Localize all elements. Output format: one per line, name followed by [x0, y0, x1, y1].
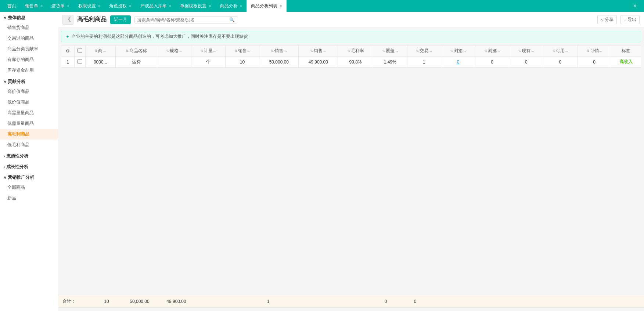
- cell-browse2: 0: [475, 57, 509, 68]
- nav-product-analysis-list[interactable]: 商品分析列表 ×: [247, 0, 286, 12]
- arrow-marketing-icon: ∨: [4, 176, 6, 180]
- footer-total: 合计： 10 50,000.00 49,900.00 1 0 0: [58, 295, 644, 307]
- footer-total-label: 合计：: [62, 298, 84, 304]
- cell-browse1[interactable]: 0: [441, 57, 475, 68]
- cell-sales-cost: 49,900.00: [299, 57, 338, 68]
- sidebar-collapse-button[interactable]: 《: [62, 15, 73, 25]
- col-checkbox[interactable]: [75, 46, 86, 57]
- close-permission-icon[interactable]: ×: [98, 4, 100, 8]
- cell-checkbox[interactable]: [75, 57, 86, 68]
- content-area: 《 高毛利商品 近一月 🔍 ⎋ 分享 ↓ 导出 ✦ 企业的主要的利润都是这部: [58, 12, 644, 311]
- arrow-overall-icon: ∨: [4, 16, 6, 20]
- settings-icon: ⚙: [66, 48, 70, 54]
- sidebar-group-overall-info[interactable]: ∨ 整体信息: [0, 12, 58, 22]
- export-icon: ↓: [624, 17, 626, 22]
- col-sales-qty[interactable]: ⇅销售...: [225, 46, 259, 57]
- sidebar-item-new-goods[interactable]: 新品: [0, 193, 58, 203]
- select-all-checkbox[interactable]: [78, 48, 82, 53]
- close-product-import-icon[interactable]: ×: [169, 4, 171, 8]
- col-available[interactable]: ⇅可用...: [543, 46, 578, 57]
- cell-sales-amount: 50,000.00: [259, 57, 299, 68]
- data-table: ⚙ ⇅商... ⇅商品名称 ⇅规格...: [61, 45, 641, 68]
- browse1-link[interactable]: 0: [457, 59, 460, 65]
- col-current[interactable]: ⇅现有...: [509, 46, 543, 57]
- col-gross-rate[interactable]: ⇅毛利率: [338, 46, 373, 57]
- sidebar-item-low-demand[interactable]: 低需量量商品: [0, 118, 58, 129]
- cell-sales-qty: 10: [225, 57, 259, 68]
- nav-product-import[interactable]: 产成品入库单 ×: [136, 0, 176, 12]
- share-button[interactable]: ⎋ 分享: [597, 15, 617, 24]
- sidebar-item-stock-capital[interactable]: 库存资金占用: [0, 65, 58, 76]
- nav-template-settings[interactable]: 单据模板设置 ×: [176, 0, 215, 12]
- sidebar-group-marketing-analysis[interactable]: ∨ 营销推广分析: [0, 171, 58, 182]
- date-filter-button[interactable]: 近一月: [110, 15, 131, 24]
- footer-sales-amount: 50,000.00: [121, 299, 158, 304]
- col-name[interactable]: ⇅商品名称: [115, 46, 157, 57]
- horizontal-scrollbar[interactable]: [58, 307, 644, 311]
- search-input[interactable]: [137, 17, 229, 22]
- nav-purchase-order[interactable]: 进货单 ×: [47, 0, 73, 12]
- sidebar-item-low-value[interactable]: 低价值商品: [0, 97, 58, 108]
- cell-transaction: 1: [407, 57, 441, 68]
- footer-cells: 10 50,000.00 49,900.00 1 0 0: [92, 299, 640, 304]
- sidebar-item-sales-goods[interactable]: 销售货商品: [0, 22, 58, 33]
- col-browse2[interactable]: ⇅浏览...: [475, 46, 509, 57]
- cell-available: 0: [543, 57, 578, 68]
- sidebar-item-high-demand[interactable]: 高需量量商品: [0, 108, 58, 118]
- nav-home[interactable]: 首页: [3, 0, 21, 12]
- sidebar-item-all-goods[interactable]: 全部商品: [0, 182, 58, 193]
- col-settings[interactable]: ⚙: [61, 46, 75, 57]
- cell-coverage: 1.49%: [373, 57, 407, 68]
- footer-sales-cost: 49,900.00: [158, 299, 195, 304]
- footer-saleable: 0: [400, 299, 430, 304]
- export-button[interactable]: ↓ 导出: [620, 15, 640, 24]
- search-icon[interactable]: 🔍: [229, 17, 235, 22]
- close-role-icon[interactable]: ×: [129, 4, 131, 8]
- footer-spacer3: [283, 299, 312, 304]
- close-sales-order-icon[interactable]: ×: [40, 4, 43, 8]
- footer-sales-qty: 10: [92, 299, 121, 304]
- col-tag[interactable]: 标签: [611, 46, 641, 57]
- sidebar-item-high-value[interactable]: 高价值商品: [0, 86, 58, 97]
- sidebar-group-flow-analysis[interactable]: › 流趋性分析: [0, 150, 58, 161]
- table-row: 1 0000... 运费 个 10 50,000.00 49,900.00 99…: [61, 57, 641, 68]
- col-sales-amount[interactable]: ⇅销售...: [259, 46, 299, 57]
- sidebar-item-low-margin[interactable]: 低毛利商品: [0, 140, 58, 150]
- col-sales-cost[interactable]: ⇅销售...: [299, 46, 338, 57]
- nav-product-analysis[interactable]: 商品分析 ×: [216, 0, 247, 12]
- info-tip: ✦ 企业的主要的利润都是这部分商品创造的，可考虑加大推广，同时关注库存是不要出现…: [61, 31, 641, 42]
- header-actions: ⎋ 分享 ↓ 导出: [597, 15, 640, 24]
- sidebar: ∨ 整体信息 销售货商品 交易过的商品 商品分类贡献率 有库存的商品 库存资金占…: [0, 12, 58, 311]
- nav-sales-order[interactable]: 销售单 ×: [21, 0, 47, 12]
- col-unit[interactable]: ⇅计量...: [191, 46, 226, 57]
- col-saleable[interactable]: ⇅可销...: [577, 46, 611, 57]
- footer-spacer1: [195, 299, 224, 304]
- sidebar-item-high-margin[interactable]: 高毛利商品: [0, 129, 58, 140]
- sidebar-item-stocked-goods[interactable]: 有库存的商品: [0, 54, 58, 65]
- close-analysis-list-icon[interactable]: ×: [280, 4, 282, 8]
- cell-index: 1: [61, 57, 75, 68]
- window-close-button[interactable]: ×: [629, 3, 641, 9]
- row-checkbox[interactable]: [78, 59, 82, 64]
- col-transaction[interactable]: ⇅交易...: [407, 46, 441, 57]
- sidebar-group-treasure-analysis[interactable]: ∨ 贡献分析: [0, 76, 58, 86]
- cell-unit: 个: [191, 57, 226, 68]
- cell-name: 运费: [115, 57, 157, 68]
- sidebar-item-goods-contribution[interactable]: 商品分类贡献率: [0, 44, 58, 54]
- col-spec[interactable]: ⇅规格...: [157, 46, 191, 57]
- sidebar-item-traded-goods[interactable]: 交易过的商品: [0, 33, 58, 44]
- close-purchase-order-icon[interactable]: ×: [67, 4, 69, 8]
- col-code[interactable]: ⇅商...: [86, 46, 116, 57]
- sidebar-group-growth-analysis[interactable]: › 成长性分析: [0, 161, 58, 171]
- nav-permission-settings[interactable]: 权限设置 ×: [74, 0, 105, 12]
- footer-transaction: 1: [253, 299, 283, 304]
- footer-spacer2: [224, 299, 253, 304]
- arrow-flow-icon: ›: [4, 154, 5, 158]
- nav-role-permission[interactable]: 角色授权 ×: [105, 0, 136, 12]
- footer-available: 0: [371, 299, 400, 304]
- close-analysis-icon[interactable]: ×: [240, 4, 242, 8]
- footer-spacer5: [342, 299, 371, 304]
- col-coverage[interactable]: ⇅覆盖...: [373, 46, 407, 57]
- col-browse1[interactable]: ⇅浏览...: [441, 46, 475, 57]
- close-template-icon[interactable]: ×: [209, 4, 211, 8]
